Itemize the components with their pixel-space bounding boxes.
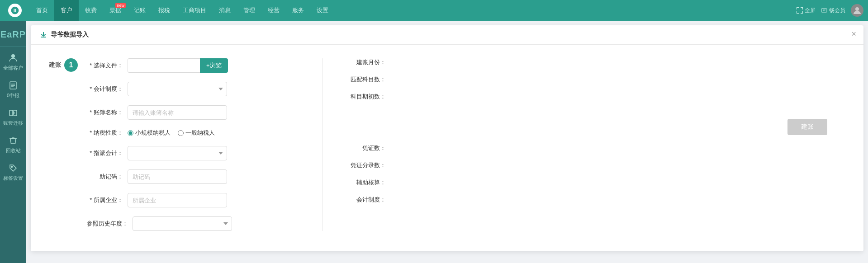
form-area: 建账 1 * 选择文件： +浏览	[31, 45, 863, 244]
tax-nature-label: * 纳税性质：	[87, 129, 123, 137]
new-badge: new	[115, 3, 126, 8]
file-select-row: * 选择文件： +浏览	[87, 58, 313, 73]
memo-row: 助记码：	[87, 169, 313, 184]
form-right: 建账月份： 匹配科目数： 科目期初数： 建账 凭证	[332, 58, 845, 231]
step-badge: 1	[64, 58, 78, 72]
nav-right: 全屏 畅会员	[797, 4, 863, 17]
voucher-entries-label: 凭证分录数：	[350, 161, 386, 169]
tax-nature-radio-group: 小规模纳税人 一般纳税人	[128, 129, 215, 137]
tax-option1-radio[interactable]	[128, 130, 133, 136]
build-account-button[interactable]: 建账	[787, 119, 827, 135]
nav-operation[interactable]: 经营	[261, 0, 286, 21]
svg-rect-4	[9, 110, 13, 116]
accounting-sys-label: 会计制度：	[350, 196, 386, 204]
app-logo	[5, 0, 25, 21]
sidebar: EaRP 全部客户 0申报 账套迁移 回收站	[0, 21, 26, 263]
file-input[interactable]	[128, 58, 200, 73]
main-layout: EaRP 全部客户 0申报 账套迁移 回收站	[0, 21, 868, 263]
accountant-label: * 指派会计：	[87, 149, 123, 157]
accountant-select[interactable]	[128, 146, 227, 160]
nav-message[interactable]: 消息	[213, 0, 237, 21]
build-month-label: 建账月份：	[350, 58, 386, 66]
import-icon	[40, 31, 47, 38]
sidebar-item-zero-report[interactable]: 0申报	[0, 76, 26, 103]
vouchers-row: 凭证数：	[350, 144, 845, 152]
sidebar-item-tags[interactable]: 标签设置	[0, 159, 26, 186]
tax-option2-radio[interactable]	[178, 130, 184, 136]
dialog-container: 导爷数据导入 × 建账 1 * 选择文件：	[31, 25, 863, 251]
aux-calc-label: 辅助核算：	[350, 178, 386, 187]
form-left: * 选择文件： +浏览 * 会计制度：	[87, 58, 313, 231]
browse-button[interactable]: +浏览	[200, 58, 228, 73]
accounting-system-label: * 会计制度：	[87, 85, 123, 93]
earp-label: EaRP	[0, 30, 26, 39]
build-account-label: 建账	[49, 61, 62, 69]
dialog-title: 导爷数据导入	[51, 31, 89, 39]
ledger-name-label: * 账簿名称：	[87, 108, 123, 117]
history-year-select[interactable]	[133, 216, 232, 231]
nav-service[interactable]: 服务	[286, 0, 310, 21]
aux-calc-row: 辅助核算：	[350, 178, 845, 187]
subjects-init-row: 科目期初数：	[350, 93, 845, 101]
match-subjects-label: 匹配科目数：	[350, 75, 386, 84]
nav-customer[interactable]: 客户	[54, 0, 79, 21]
nav-bar: 首页 客户 收费 票据 new 记账 报税 工商项目 消息 管理 经营 服务 设…	[30, 0, 797, 21]
accounting-system-select[interactable]	[128, 82, 227, 96]
nav-invoice[interactable]: 票据 new	[103, 0, 128, 21]
tag-icon	[8, 163, 18, 173]
accounting-system-row: * 会计制度：	[87, 82, 313, 96]
match-subjects-row: 匹配科目数：	[350, 75, 845, 84]
tax-option2-label[interactable]: 一般纳税人	[178, 129, 215, 137]
sidebar-item-all-customers[interactable]: 全部客户	[0, 48, 26, 76]
build-month-row: 建账月份：	[350, 58, 845, 66]
svg-point-6	[11, 166, 13, 168]
memo-label: 助记码：	[87, 173, 123, 181]
accounting-sys-row: 会计制度：	[350, 196, 845, 204]
memo-input[interactable]	[128, 169, 227, 184]
history-year-row: 参照历史年度：	[87, 216, 313, 231]
nav-home[interactable]: 首页	[30, 0, 54, 21]
file-input-row: +浏览	[128, 58, 228, 73]
voucher-entries-row: 凭证分录数：	[350, 161, 845, 169]
file-label: * 选择文件：	[87, 61, 123, 70]
report-icon	[8, 80, 18, 90]
vouchers-label: 凭证数：	[350, 144, 386, 152]
vertical-divider	[322, 58, 323, 231]
ledger-name-row: * 账簿名称：	[87, 105, 313, 120]
sidebar-item-migrate[interactable]: 账套迁移	[0, 103, 26, 131]
fullscreen-btn[interactable]: 全屏	[797, 7, 816, 14]
sidebar-item-trash[interactable]: 回收站	[0, 131, 26, 159]
dialog-close-button[interactable]: ×	[851, 30, 856, 38]
member-btn[interactable]: 畅会员	[821, 7, 845, 14]
ledger-name-input[interactable]	[128, 105, 227, 120]
company-row: * 所属企业：	[87, 193, 313, 207]
user-icon	[8, 53, 18, 63]
nav-bookkeeping[interactable]: 记账	[128, 0, 152, 21]
content-area: 导爷数据导入 × 建账 1 * 选择文件：	[26, 21, 868, 263]
history-year-label: 参照历史年度：	[87, 220, 128, 228]
user-avatar[interactable]	[851, 4, 863, 17]
dialog-header: 导爷数据导入	[31, 25, 863, 45]
migrate-icon	[8, 108, 18, 118]
accountant-row: * 指派会计：	[87, 146, 313, 160]
svg-point-1	[855, 7, 859, 11]
svg-point-2	[11, 54, 15, 58]
nav-business[interactable]: 工商项目	[176, 0, 213, 21]
sidebar-logo: EaRP	[0, 25, 26, 47]
nav-settings[interactable]: 设置	[310, 0, 335, 21]
company-label: * 所属企业：	[87, 196, 123, 204]
nav-tax[interactable]: 报税	[152, 0, 176, 21]
trash-icon	[8, 136, 18, 146]
tax-nature-row: * 纳税性质： 小规模纳税人 一般纳税人	[87, 129, 313, 137]
nav-fee[interactable]: 收费	[79, 0, 103, 21]
subjects-init-label: 科目期初数：	[350, 93, 386, 101]
tax-option1-label[interactable]: 小规模纳税人	[128, 129, 171, 137]
top-nav: 首页 客户 收费 票据 new 记账 报税 工商项目 消息 管理 经营 服务 设…	[0, 0, 868, 21]
company-input[interactable]	[128, 193, 227, 207]
nav-manage[interactable]: 管理	[237, 0, 261, 21]
svg-rect-0	[821, 9, 827, 12]
